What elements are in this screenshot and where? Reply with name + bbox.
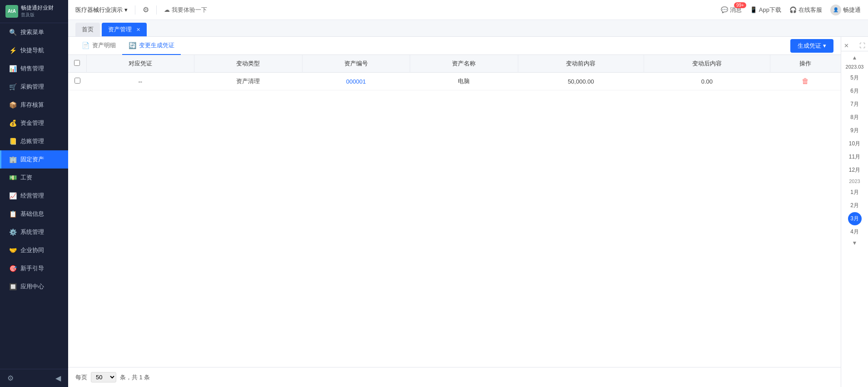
col-after: 变动后内容 xyxy=(644,55,770,73)
tab-assets[interactable]: 资产管理 ✕ xyxy=(102,23,147,36)
message-badge: 99+ xyxy=(734,2,746,8)
sidebar-item-basic[interactable]: 📋 基础信息 xyxy=(0,205,68,223)
month-3-active[interactable]: 3月 xyxy=(848,212,862,225)
basic-icon: 📋 xyxy=(9,210,17,218)
inner-tab-detail[interactable]: 📄 资产明细 xyxy=(75,37,122,55)
month-8[interactable]: 8月 xyxy=(841,111,868,124)
user-menu[interactable]: 👤 畅捷通 xyxy=(830,5,861,15)
message-icon: 💬 xyxy=(721,6,728,13)
inner-tab-voucher[interactable]: 🔄 变更生成凭证 xyxy=(122,37,181,55)
col-action: 操作 xyxy=(770,55,841,73)
logo-icon: AtA xyxy=(5,5,18,18)
sidebar-item-purchase[interactable]: 🛒 采购管理 xyxy=(0,78,68,96)
year-month-label: 2023.03 xyxy=(841,62,868,71)
select-all-checkbox[interactable] xyxy=(74,60,80,66)
row-checkbox-cell xyxy=(68,73,86,90)
inventory-icon: 📦 xyxy=(9,101,17,109)
month-nav-up[interactable]: ▲ xyxy=(850,53,859,62)
cell-asset-name: 电脑 xyxy=(410,73,518,90)
right-panel-expand-icon[interactable]: ⛶ xyxy=(859,42,865,49)
sidebar-item-search[interactable]: 🔍 搜索菜单 xyxy=(0,23,68,41)
messages-button[interactable]: 💬 消息 99+ xyxy=(721,6,742,14)
detail-tab-icon: 📄 xyxy=(82,42,89,49)
dropdown-arrow-icon: ▾ xyxy=(124,6,128,13)
cell-after: 0.00 xyxy=(644,73,770,90)
app-download-button[interactable]: 📱 App下载 xyxy=(750,6,781,14)
month-9[interactable]: 9月 xyxy=(841,124,868,137)
download-icon: 📱 xyxy=(750,6,757,13)
sidebar-item-operation[interactable]: 📈 经营管理 xyxy=(0,187,68,205)
sidebar-item-salary[interactable]: 💵 工资 xyxy=(0,169,68,187)
right-panel-close-icon[interactable]: ✕ xyxy=(844,42,849,49)
month-1[interactable]: 1月 xyxy=(841,186,868,199)
select-all-header xyxy=(68,55,86,73)
sales-icon: 📊 xyxy=(9,64,17,73)
sidebar-item-guide[interactable]: 🎯 新手引导 xyxy=(0,259,68,278)
year-2023-label: 2023 xyxy=(841,177,868,186)
month-2[interactable]: 2月 xyxy=(841,199,868,212)
tab-home[interactable]: 首页 xyxy=(75,23,100,36)
col-before: 变动前内容 xyxy=(518,55,644,73)
logo-text: 畅捷通好业财 xyxy=(21,5,54,12)
search-icon: 🔍 xyxy=(9,28,17,36)
topbar-divider2 xyxy=(156,5,157,15)
sidebar-item-apps[interactable]: 🔲 应用中心 xyxy=(0,278,68,296)
tab-close-icon[interactable]: ✕ xyxy=(136,27,140,32)
experience-link[interactable]: ☁ 我要体验一下 xyxy=(164,6,207,14)
delete-icon[interactable]: 🗑 xyxy=(802,77,809,85)
settings-icon[interactable]: ⚙ xyxy=(143,5,149,14)
month-11[interactable]: 11月 xyxy=(841,150,868,164)
funds-icon: 💰 xyxy=(9,119,17,127)
per-page-select[interactable]: 50 10 20 100 xyxy=(91,372,116,382)
col-change-type: 变动类型 xyxy=(194,55,303,73)
cell-before: 50,000.00 xyxy=(518,73,644,90)
settings-footer-icon[interactable]: ⚙ xyxy=(7,374,14,382)
month-7[interactable]: 7月 xyxy=(841,98,868,111)
table-container: 对应凭证 变动类型 资产编号 资产名称 变动前内容 变动后内容 操作 xyxy=(68,55,841,367)
sidebar-item-assets[interactable]: 🏢 固定资产 xyxy=(0,150,68,169)
table-row: -- 资产清理 000001 电脑 50,000.00 0.00 🗑 xyxy=(68,73,841,90)
company-selector[interactable]: 医疗器械行业演示 ▾ xyxy=(75,6,128,14)
row-checkbox[interactable] xyxy=(74,78,80,84)
sidebar-item-enterprise[interactable]: 🤝 企业协同 xyxy=(0,241,68,259)
per-page-label: 每页 xyxy=(75,373,87,382)
collapse-icon[interactable]: ◀ xyxy=(55,374,61,382)
month-4[interactable]: 4月 xyxy=(841,225,868,238)
enterprise-icon: 🤝 xyxy=(9,246,17,254)
topbar-divider xyxy=(135,5,135,15)
sidebar-item-ledger[interactable]: 📒 总账管理 xyxy=(0,132,68,150)
sidebar-item-sales[interactable]: 📊 销售管理 xyxy=(0,60,68,78)
voucher-table: 对应凭证 变动类型 资产编号 资产名称 变动前内容 变动后内容 操作 xyxy=(68,55,841,90)
tabbar: 首页 资产管理 ✕ xyxy=(68,20,868,37)
sidebar-item-system[interactable]: ⚙️ 系统管理 xyxy=(0,223,68,241)
experience-icon: ☁ xyxy=(164,6,170,13)
salary-icon: 💵 xyxy=(9,174,17,182)
online-service-button[interactable]: 🎧 在线客服 xyxy=(789,6,822,14)
col-voucher: 对应凭证 xyxy=(86,55,194,73)
voucher-tab-icon: 🔄 xyxy=(129,42,136,49)
month-nav-down[interactable]: ▼ xyxy=(850,238,859,248)
col-asset-code: 资产编号 xyxy=(302,55,410,73)
cell-asset-code: 000001 xyxy=(302,73,410,90)
page-content: 📄 资产明细 🔄 变更生成凭证 生成凭证 ▾ xyxy=(68,37,841,387)
sidebar-item-quicknav[interactable]: ⚡ 快捷导航 xyxy=(0,41,68,60)
sidebar-item-inventory[interactable]: 📦 库存核算 xyxy=(0,96,68,114)
month-list: 2023.03 5月 6月 7月 8月 9月 10月 11月 12月 2023 … xyxy=(841,62,868,238)
system-icon: ⚙️ xyxy=(9,228,17,236)
month-10[interactable]: 10月 xyxy=(841,137,868,150)
month-6[interactable]: 6月 xyxy=(841,84,868,98)
month-12[interactable]: 12月 xyxy=(841,164,868,177)
sidebar-item-funds[interactable]: 💰 资金管理 xyxy=(0,114,68,132)
generate-voucher-button[interactable]: 生成凭证 ▾ xyxy=(790,39,833,53)
main-area: 医疗器械行业演示 ▾ ⚙ ☁ 我要体验一下 💬 消息 99+ 📱 App下载 🎧… xyxy=(68,0,868,387)
sidebar: AtA 畅捷通好业财 普及版 🔍 搜索菜单 ⚡ 快捷导航 📊 销售管理 🛒 采购… xyxy=(0,0,68,387)
service-icon: 🎧 xyxy=(789,6,797,13)
guide-icon: 🎯 xyxy=(9,264,17,273)
logo-sub: 普及版 xyxy=(21,12,54,18)
sidebar-nav: 🔍 搜索菜单 ⚡ 快捷导航 📊 销售管理 🛒 采购管理 📦 库存核算 💰 资金管… xyxy=(0,23,68,369)
sidebar-logo: AtA 畅捷通好业财 普及版 xyxy=(0,0,68,23)
purchase-icon: 🛒 xyxy=(9,83,17,91)
inner-tabs: 📄 资产明细 🔄 变更生成凭证 生成凭证 ▾ xyxy=(68,37,841,55)
month-5[interactable]: 5月 xyxy=(841,71,868,84)
cell-action: 🗑 xyxy=(770,73,841,90)
